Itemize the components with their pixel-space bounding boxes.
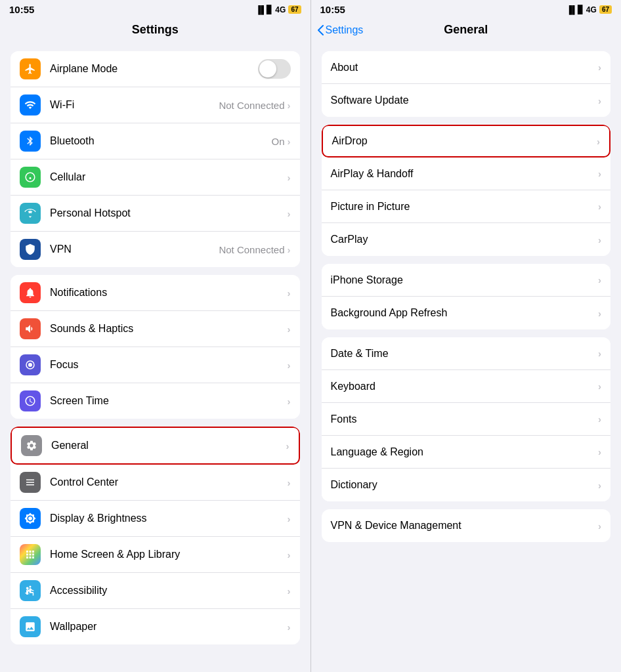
iphonestorage-chevron: › [598,274,601,285]
row-display[interactable]: Display & Brightness › [11,501,300,537]
vpn-chevron: › [288,244,291,255]
about-label: About [331,62,599,74]
cellular-chevron: › [288,172,291,183]
sounds-chevron: › [288,324,291,335]
row-softwareupdate[interactable]: Software Update › [322,84,611,117]
airplane-toggle[interactable] [258,59,291,79]
bluetooth-label: Bluetooth [50,135,271,147]
display-icon-wrap [20,508,41,529]
controlcenter-label: Control Center [50,476,288,488]
notifs-icon-wrap [20,282,41,303]
cellular-label: Cellular [50,171,288,183]
pip-chevron: › [598,201,601,212]
signal-icon-right: ▐▌▊ [567,5,584,14]
homescreen-chevron: › [288,549,291,560]
pip-label: Picture in Picture [331,201,599,213]
row-cellular[interactable]: Cellular › [11,159,300,196]
row-wallpaper[interactable]: Wallpaper › [11,609,300,644]
svg-point-0 [30,586,32,588]
back-button[interactable]: Settings [318,24,364,36]
row-dictionary[interactable]: Dictionary › [322,469,611,501]
general-nav-header: Settings General [311,18,622,43]
language-label: Language & Region [331,446,599,458]
signal-icon: ▐▌▊ [255,5,272,14]
row-pictureinpicture[interactable]: Picture in Picture › [322,190,611,223]
section-airdrop: AirDrop › AirPlay & Handoff › Picture in… [322,125,611,256]
vpn-label: VPN [50,243,219,255]
battery-right: 67 [599,5,612,14]
display-label: Display & Brightness [50,513,288,524]
screentime-icon-wrap [20,390,41,411]
airplane-icon-wrap [20,58,41,79]
row-homescreen[interactable]: Home Screen & App Library › [11,537,300,573]
status-bar-left: 10:55 ▐▌▊ 4G 67 [0,0,310,18]
cc-icon-wrap [20,472,41,493]
general-label: General [51,440,286,452]
row-accessibility[interactable]: Accessibility › [11,573,300,609]
section-vpnmgmt: VPN & Device Management › [322,509,611,542]
right-panel: 10:55 ▐▌▊ 4G 67 Settings General About ›… [311,0,622,672]
bluetooth-icon-wrap [20,131,41,152]
display-chevron: › [288,513,291,524]
keyboard-label: Keyboard [331,381,599,392]
row-vpndevice[interactable]: VPN & Device Management › [322,509,611,542]
row-carplay[interactable]: CarPlay › [322,223,611,256]
row-datetime[interactable]: Date & Time › [322,337,611,370]
section-notifications: Notifications › Sounds & Haptics › [11,275,300,419]
status-bar-right: 10:55 ▐▌▊ 4G 67 [311,0,622,18]
focus-label: Focus [50,359,288,371]
left-scroll[interactable]: Airplane Mode Wi-Fi Not Connected › [0,43,310,672]
airdrop-label: AirDrop [332,135,597,147]
general-chevron: › [286,440,289,452]
row-sounds[interactable]: Sounds & Haptics › [11,311,300,347]
airdrop-chevron: › [597,136,600,147]
sounds-label: Sounds & Haptics [50,323,288,335]
hotspot-label: Personal Hotspot [50,207,288,219]
row-notifications[interactable]: Notifications › [11,275,300,311]
homescreen-label: Home Screen & App Library [50,549,288,560]
left-panel: 10:55 ▐▌▊ 4G 67 Settings Airplane Mode [0,0,311,672]
row-language[interactable]: Language & Region › [322,436,611,469]
row-airplay[interactable]: AirPlay & Handoff › [322,158,611,190]
softwareupdate-chevron: › [598,95,601,106]
homescreen-icon-wrap [20,544,41,565]
focus-icon-wrap [20,354,41,375]
carplay-chevron: › [598,234,601,245]
airplay-label: AirPlay & Handoff [331,168,599,180]
back-label: Settings [326,24,364,36]
row-airplane[interactable]: Airplane Mode [11,51,300,87]
hotspot-chevron: › [288,208,291,219]
section-about: About › Software Update › [322,51,611,117]
time-left: 10:55 [9,4,34,15]
notifs-chevron: › [288,287,291,299]
right-scroll[interactable]: About › Software Update › AirDrop › AirP… [311,43,622,672]
row-fonts[interactable]: Fonts › [322,403,611,436]
sounds-icon-wrap [20,318,41,339]
hotspot-icon-wrap [20,203,41,224]
network-type-right: 4G [586,5,597,14]
row-bgapprefresh[interactable]: Background App Refresh › [322,297,611,329]
notifications-label: Notifications [50,287,288,299]
row-controlcenter[interactable]: Control Center › [11,465,300,501]
row-hotspot[interactable]: Personal Hotspot › [11,196,300,232]
general-title: General [444,23,488,37]
bluetooth-chevron: › [288,136,291,147]
iphonestorage-label: iPhone Storage [331,274,599,286]
row-bluetooth[interactable]: Bluetooth On › [11,123,300,159]
row-about[interactable]: About › [322,51,611,84]
wallpaper-label: Wallpaper [50,621,288,633]
wifi-chevron: › [288,100,291,111]
datetime-label: Date & Time [331,348,599,360]
accessibility-icon-wrap [20,580,41,601]
row-general[interactable]: General › [11,427,300,465]
row-focus[interactable]: Focus › [11,347,300,383]
cellular-icon-wrap [20,167,41,188]
row-airdrop[interactable]: AirDrop › [322,125,611,158]
row-vpn[interactable]: VPN Not Connected › [11,232,300,267]
vpn-value: Not Connected [219,244,284,255]
row-screentime[interactable]: Screen Time › [11,383,300,419]
row-iphonestorage[interactable]: iPhone Storage › [322,264,611,297]
row-keyboard[interactable]: Keyboard › [322,370,611,403]
dictionary-chevron: › [598,480,601,491]
row-wifi[interactable]: Wi-Fi Not Connected › [11,87,300,123]
